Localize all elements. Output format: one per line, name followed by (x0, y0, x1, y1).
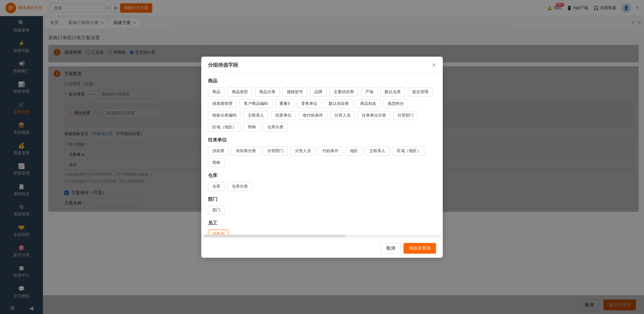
field-tag-tax-code[interactable]: 税收分类编码 (208, 111, 241, 120)
modal-body: 商品 商品 商品类型 商品分类 规格型号 品牌 主要供应商 产地 默认仓库 批次… (201, 73, 443, 235)
field-tags-employee: 业务员 (208, 230, 436, 235)
field-tags-product: 商品 商品类型 商品分类 规格型号 品牌 主要供应商 产地 默认仓库 批次管理 … (208, 87, 436, 132)
field-tag-main-supplier[interactable]: 主要供应商 (329, 87, 358, 97)
modal-title: 分组待选字段 (208, 62, 238, 68)
field-tag-region[interactable]: 区域（地区） (208, 123, 241, 132)
modal-footer: 取消 保存并查询 (201, 239, 443, 258)
field-select-modal: 分组待选字段 ✕ 商品 商品 商品类型 商品分类 规格型号 品牌 主要供应商 产… (201, 57, 443, 258)
field-tag-department[interactable]: 部门 (208, 206, 225, 215)
field-tag-main-contact[interactable]: 主联系人 (244, 111, 268, 120)
field-tag-pick-points[interactable]: 拣货积分 (383, 99, 408, 108)
field-group-partner: 往来单位 供应商 供应商分类 分管部门 分管人员 付款条件 地区 主联系人 区域… (208, 137, 436, 167)
modal-overlay: 分组待选字段 ✕ 商品 商品 商品类型 商品分类 规格型号 品牌 主要供应商 产… (0, 0, 644, 314)
field-tag-supplier[interactable]: 供应商 (208, 146, 229, 155)
field-tag-warehouse-cat[interactable]: 仓库分类 (227, 182, 252, 191)
field-tag-brand[interactable]: 品牌 (310, 87, 327, 97)
field-tag-partner-dept[interactable]: 分管部门 (263, 146, 288, 155)
field-group-partner-title: 往来单位 (208, 137, 436, 143)
field-tag-spec-model[interactable]: 规格型号 (282, 87, 307, 97)
field-group-warehouse: 仓库 仓库 仓库分类 (208, 173, 436, 191)
field-tag-shelf-life[interactable]: 保质期管理 (208, 99, 237, 108)
field-tag-batch-mgmt[interactable]: 批次管理 (408, 87, 433, 97)
field-tag-settlement-unit[interactable]: 结算单位 (271, 111, 296, 120)
field-tag-dept[interactable]: 分管部门 (393, 111, 418, 120)
modal-scrollbar-thumb[interactable] (204, 235, 345, 237)
modal-horizontal-scrollbar[interactable] (204, 235, 440, 237)
field-tag-pay-terms[interactable]: 付款条件 (318, 146, 343, 155)
modal-close-button[interactable]: ✕ (432, 62, 436, 68)
field-tag-partner-short[interactable]: 简称 (208, 158, 225, 167)
field-tag-short-name[interactable]: 简称 (244, 123, 260, 132)
field-tag-product-category[interactable]: 商品分类 (255, 87, 280, 97)
field-tag-retail-unit[interactable]: 零售单位 (297, 99, 322, 108)
field-tag-supplier-category[interactable]: 供应商分类 (231, 146, 260, 155)
field-group-warehouse-title: 仓库 (208, 173, 436, 179)
field-tag-partner-region[interactable]: 区域（地区） (392, 146, 425, 155)
field-tag-partner-category[interactable]: 往来单位分类 (358, 111, 390, 120)
field-tag-product[interactable]: 商品 (208, 87, 225, 97)
field-tag-customer-code[interactable]: 客户商品编码 (239, 99, 272, 108)
field-tag-warehouse[interactable]: 仓库 (208, 182, 225, 191)
field-group-employee-title: 员工 (208, 220, 436, 226)
field-group-department: 部门 部门 (208, 196, 436, 215)
field-tag-default-supplier[interactable]: 默认供应商 (324, 99, 353, 108)
field-tag-partner-supervisor[interactable]: 分管人员 (290, 146, 315, 155)
field-group-product: 商品 商品 商品类型 商品分类 规格型号 品牌 主要供应商 产地 默认仓库 批次… (208, 78, 436, 132)
field-tag-weight[interactable]: 重量3 (275, 99, 294, 108)
field-tag-payment-terms[interactable]: 收付款条件 (299, 111, 327, 120)
field-group-department-title: 部门 (208, 196, 436, 202)
field-tag-area[interactable]: 地区 (345, 146, 362, 155)
field-group-product-title: 商品 (208, 78, 436, 84)
field-tags-warehouse: 仓库 仓库分类 (208, 182, 436, 191)
modal-header: 分组待选字段 ✕ (201, 57, 443, 73)
field-tag-product-alias[interactable]: 商品别名 (356, 99, 381, 108)
modal-confirm-button[interactable]: 保存并查询 (404, 243, 436, 254)
field-group-employee: 员工 业务员 (208, 220, 436, 235)
modal-scrollbar-area (201, 235, 443, 239)
field-tags-partner: 供应商 供应商分类 分管部门 分管人员 付款条件 地区 主联系人 区域（地区） … (208, 146, 436, 167)
field-tags-department: 部门 (208, 206, 436, 215)
modal-cancel-button[interactable]: 取消 (381, 243, 401, 254)
field-tag-origin[interactable]: 产地 (361, 87, 378, 97)
field-tag-warehouse-category[interactable]: 仓库分类 (263, 123, 288, 132)
field-tag-salesman[interactable]: 业务员 (208, 230, 229, 235)
field-tag-product-type[interactable]: 商品类型 (227, 87, 252, 97)
field-tag-partner-contact[interactable]: 主联系人 (365, 146, 390, 155)
field-tag-supervisor[interactable]: 分管人员 (330, 111, 355, 120)
field-tag-default-warehouse[interactable]: 默认仓库 (380, 87, 405, 97)
